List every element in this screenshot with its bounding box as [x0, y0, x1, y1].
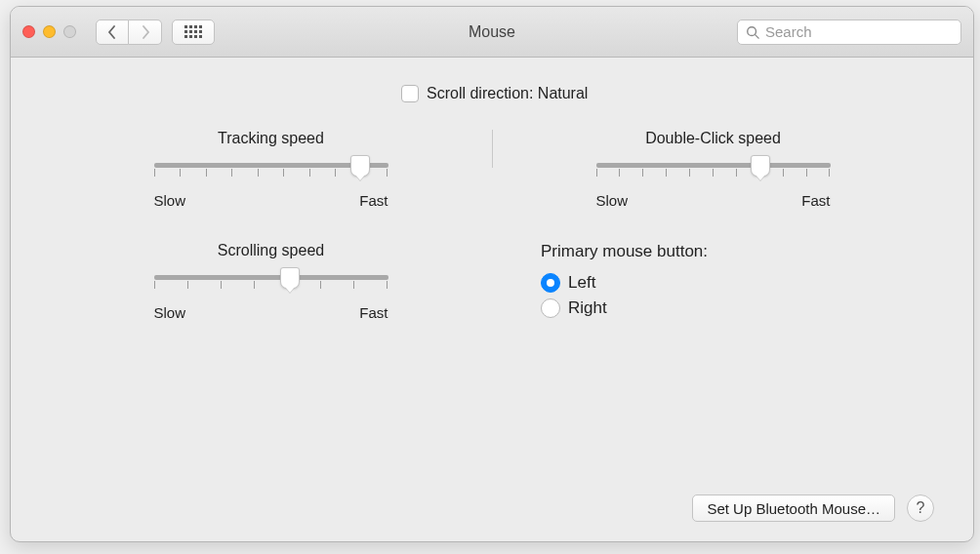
slider-labels: Slow Fast — [154, 192, 388, 209]
chevron-left-icon — [107, 25, 117, 39]
slider-track — [596, 163, 831, 168]
vertical-divider — [492, 130, 493, 168]
show-all-prefs-button[interactable] — [172, 20, 215, 45]
close-window-button[interactable] — [22, 25, 35, 38]
primary-mouse-button-label: Primary mouse button: — [541, 242, 895, 261]
setup-bluetooth-mouse-button[interactable]: Set Up Bluetooth Mouse… — [692, 495, 895, 522]
slow-label: Slow — [596, 192, 629, 209]
left-label: Left — [568, 273, 595, 293]
scroll-direction-label: Scroll direction: Natural — [427, 85, 588, 102]
slider-thumb[interactable] — [350, 155, 370, 177]
search-icon — [746, 25, 759, 39]
scroll-direction-checkbox[interactable] — [401, 85, 419, 102]
tracking-speed-setting: Tracking speed Slow Fast — [89, 130, 453, 209]
slider-track — [154, 275, 388, 280]
primary-left-option[interactable]: Left — [541, 273, 895, 293]
right-label: Right — [568, 298, 607, 318]
nav-buttons — [96, 20, 162, 45]
primary-right-option[interactable]: Right — [541, 298, 895, 318]
slider-labels: Slow Fast — [154, 304, 388, 321]
svg-line-1 — [755, 34, 759, 38]
scrolling-speed-setting: Scrolling speed Slow Fast — [89, 242, 453, 321]
slider-ticks — [154, 281, 388, 289]
slider-thumb[interactable] — [751, 155, 770, 177]
search-input[interactable] — [765, 23, 953, 40]
tracking-speed-label: Tracking speed — [218, 130, 324, 147]
minimize-window-button[interactable] — [43, 25, 56, 38]
radio-left[interactable] — [541, 273, 560, 293]
radio-right[interactable] — [541, 298, 560, 318]
maximize-window-button[interactable] — [63, 25, 76, 38]
right-column: Double-Click speed Slow Fast — [492, 130, 934, 324]
scroll-direction-row: Scroll direction: Natural — [401, 85, 934, 102]
button-label: Set Up Bluetooth Mouse… — [707, 500, 880, 517]
fast-label: Fast — [359, 304, 388, 321]
preferences-window: Mouse Scroll direction: Natural Tracking… — [10, 6, 974, 542]
grid-icon — [184, 25, 202, 38]
tracking-speed-slider[interactable] — [154, 157, 388, 184]
help-button[interactable]: ? — [907, 495, 934, 522]
slider-ticks — [596, 169, 831, 177]
double-click-speed-setting: Double-Click speed Slow Fast — [531, 130, 895, 209]
search-box[interactable] — [737, 20, 961, 45]
chevron-right-icon — [141, 25, 150, 39]
slow-label: Slow — [154, 304, 186, 321]
scrolling-speed-slider[interactable] — [154, 269, 388, 297]
scrolling-speed-label: Scrolling speed — [218, 242, 324, 259]
content-area: Scroll direction: Natural Tracking speed — [11, 58, 973, 541]
double-click-speed-label: Double-Click speed — [645, 130, 781, 147]
forward-button[interactable] — [129, 20, 162, 45]
back-button[interactable] — [96, 20, 129, 45]
footer: Set Up Bluetooth Mouse… ? — [50, 475, 934, 522]
toolbar: Mouse — [11, 7, 973, 58]
window-controls — [22, 25, 76, 38]
slow-label: Slow — [154, 192, 186, 209]
fast-label: Fast — [359, 192, 388, 209]
double-click-speed-slider[interactable] — [596, 157, 831, 184]
slider-thumb[interactable] — [280, 267, 300, 289]
fast-label: Fast — [801, 192, 830, 209]
settings-columns: Tracking speed Slow Fast — [50, 130, 934, 324]
left-column: Tracking speed Slow Fast — [50, 130, 492, 324]
primary-mouse-button-setting: Primary mouse button: Left Right — [541, 242, 895, 324]
slider-labels: Slow Fast — [596, 192, 831, 209]
